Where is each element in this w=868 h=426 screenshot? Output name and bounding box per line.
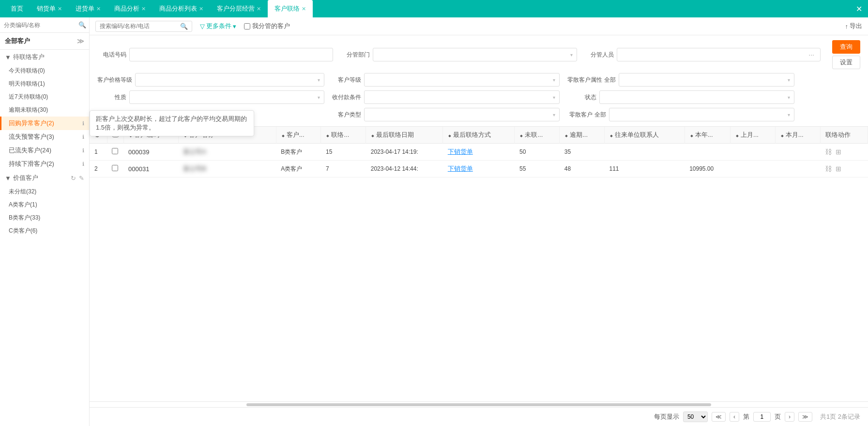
- nav-close-product-list[interactable]: ✕: [199, 0, 203, 17]
- filter-status-input[interactable]: ▾: [599, 90, 794, 104]
- col-contact-person[interactable]: ⬥往来单位联系人: [604, 127, 685, 144]
- search-wrap: 🔍: [95, 21, 192, 32]
- cell-date-1: 2023-04-17 14:19:: [366, 144, 443, 161]
- data-table-wrap: ⚙ ⬥客户编码 ⬥客户名称 ⬥客户...: [90, 127, 868, 401]
- sidebar-item-declining[interactable]: 持续下滑客户(2) ℹ: [0, 157, 89, 171]
- sidebar-item-lost[interactable]: 已流失客户(24) ℹ: [0, 144, 89, 157]
- sidebar-pending-contact-section[interactable]: ▼ 待联络客户: [0, 50, 89, 64]
- search-input[interactable]: [100, 23, 178, 29]
- sidebar-item-ungroup[interactable]: 未分组(32): [0, 185, 89, 198]
- filter-retail-customer-input[interactable]: ▾: [609, 108, 794, 121]
- settings-button[interactable]: 设置: [832, 56, 860, 69]
- sidebar-item-7days[interactable]: 近7天待联络(0): [0, 90, 89, 103]
- refresh-icon[interactable]: ↻: [71, 175, 76, 182]
- cell-code-2[interactable]: 000031: [123, 161, 178, 177]
- filter-customer-type-input[interactable]: ▾: [364, 108, 559, 121]
- last-page-btn[interactable]: ≫: [798, 412, 812, 422]
- sidebar-item-today[interactable]: 今天待联络(0): [0, 64, 89, 77]
- filter-price-level-input[interactable]: ▾: [135, 73, 324, 87]
- nav-close-purchase[interactable]: ✕: [96, 0, 101, 17]
- col-overdue[interactable]: ⬥逾期...: [560, 127, 605, 144]
- more-filter-btn[interactable]: ▽ 更多条件 ▾: [197, 20, 239, 32]
- cell-code-1[interactable]: 000039: [123, 144, 178, 161]
- per-page-select[interactable]: 50 100 200: [683, 411, 708, 422]
- col-customer-type[interactable]: ⬥客户...: [276, 127, 321, 144]
- cell-action-2[interactable]: ⛓ ⊞: [820, 161, 868, 177]
- my-customers-checkbox[interactable]: [244, 23, 250, 29]
- action-link-icon-1[interactable]: ⛓: [825, 148, 832, 156]
- sidebar-search-icon[interactable]: 🔍: [78, 21, 86, 29]
- filter-retail-attr-input[interactable]: ▾: [619, 73, 794, 87]
- cell-name-1[interactable]: 某公司A: [178, 144, 276, 161]
- col-this-year[interactable]: ⬥本年...: [685, 127, 730, 144]
- tooltip-box: 距客户上次交易时长，超过了此客户的平均交易周期的1.5倍，则视为异常。: [90, 110, 254, 136]
- col-action[interactable]: 联络动作: [820, 127, 868, 144]
- cell-name-2[interactable]: 某公司B: [178, 161, 276, 177]
- nav-sales-order[interactable]: 销货单 ✕: [30, 0, 69, 17]
- sidebar-search-input[interactable]: [4, 22, 76, 29]
- sidebar-item-class-a[interactable]: A类客户(1): [0, 198, 89, 211]
- filter-nature-input[interactable]: ▾: [129, 90, 324, 104]
- sidebar-collapse-icon[interactable]: ≫: [77, 37, 84, 45]
- nav-purchase-order[interactable]: 进货单 ✕: [69, 0, 107, 17]
- next-page-btn[interactable]: ›: [785, 412, 794, 422]
- sidebar-item-class-c[interactable]: C类客户(6): [0, 224, 89, 237]
- sidebar-item-overdue-contact[interactable]: 逾期未联络(30): [0, 103, 89, 117]
- nav-customer-segment[interactable]: 客户分层经营 ✕: [210, 0, 268, 17]
- my-customers-checkbox-label[interactable]: 我分管的客户: [244, 22, 290, 30]
- action-link-icon-2[interactable]: ⛓: [825, 165, 832, 173]
- cell-overdue-2: 48: [560, 161, 605, 177]
- cell-method-2[interactable]: 下销货单: [443, 161, 515, 177]
- page-number-input[interactable]: [753, 412, 771, 422]
- nav-close-customer-contact[interactable]: ✕: [302, 0, 306, 17]
- col-last-contact-method[interactable]: ⬥最后联络方式: [443, 127, 515, 144]
- scrollbar-thumb[interactable]: [246, 403, 711, 406]
- sidebar-search-wrap: 🔍: [0, 17, 89, 33]
- sidebar-all-customers[interactable]: 全部客户 ≫: [0, 33, 89, 50]
- col-last-contact-date[interactable]: ⬥最后联络日期: [366, 127, 443, 144]
- export-btn[interactable]: ↑ 导出: [845, 22, 863, 30]
- nav-close-customer-segment[interactable]: ✕: [257, 0, 261, 17]
- table-row: 1 000039 某公司A B类客户 15 2023-04-17 14:19: …: [90, 144, 868, 161]
- close-all-tabs[interactable]: ✕: [856, 4, 862, 14]
- table-row: 2 000031 某公司B A类客户 7 2023-04-12 14:44: 下…: [90, 161, 868, 177]
- info-icon2: ℹ: [82, 134, 84, 140]
- cell-method-1[interactable]: 下销货单: [443, 144, 515, 161]
- search-icon[interactable]: 🔍: [180, 23, 188, 30]
- filter-phone-input[interactable]: [129, 48, 333, 61]
- nav-customer-contact[interactable]: 客户联络 ✕: [268, 0, 313, 17]
- horizontal-scrollbar[interactable]: [90, 401, 868, 407]
- query-button[interactable]: 查询: [832, 40, 860, 54]
- action-grid-icon-2[interactable]: ⊞: [836, 165, 841, 173]
- col-this-month[interactable]: ⬥本月...: [775, 127, 820, 144]
- nav-home[interactable]: 首页: [4, 0, 30, 17]
- filter-customer-level-input[interactable]: ▾: [364, 73, 559, 87]
- cell-index-1: 1: [90, 144, 107, 161]
- filter-payment-input[interactable]: ▾: [364, 90, 559, 104]
- filter-dept-input[interactable]: ▾: [373, 48, 577, 61]
- edit-icon[interactable]: ✎: [79, 175, 84, 182]
- cell-checkbox-1[interactable]: [107, 144, 123, 161]
- sidebar-item-lost-warning[interactable]: 流失预警客户(3) ℹ: [0, 130, 89, 144]
- sidebar-item-repurchase-abnormal[interactable]: 回购异常客户(2) ℹ: [0, 117, 89, 130]
- nav-product-list[interactable]: 商品分析列表 ✕: [152, 0, 210, 17]
- col-last-month[interactable]: ⬥上月...: [731, 127, 776, 144]
- sidebar: 🔍 全部客户 ≫ ▼ 待联络客户 今天待联络(0) 明天待联络(1) 近7天待联…: [0, 17, 90, 426]
- filter-person-input[interactable]: ···: [617, 48, 821, 61]
- col-not-contacted[interactable]: ⬥未联...: [515, 127, 560, 144]
- sidebar-item-class-b[interactable]: B类客户(33): [0, 211, 89, 224]
- first-page-btn[interactable]: ≪: [712, 412, 726, 422]
- prev-page-btn[interactable]: ‹: [730, 412, 739, 422]
- sidebar-item-tomorrow[interactable]: 明天待联络(1): [0, 77, 89, 90]
- col-contact-count[interactable]: ⬥联络...: [321, 127, 366, 144]
- action-grid-icon-1[interactable]: ⊞: [836, 148, 841, 156]
- cell-action-1[interactable]: ⛓ ⊞: [820, 144, 868, 161]
- nav-product-analysis[interactable]: 商品分析 ✕: [107, 0, 152, 17]
- nav-close-product-analysis[interactable]: ✕: [141, 0, 146, 17]
- sidebar-value-customers-header[interactable]: ▼ 价值客户 ↻ ✎: [0, 171, 89, 185]
- filter-row-1: 电话号码 分管部门 ▾ 分管人员 ··· 查询 设置: [97, 40, 860, 69]
- cell-checkbox-2[interactable]: [107, 161, 123, 177]
- cell-this-year-1: [685, 144, 730, 161]
- info-icon: ℹ: [82, 120, 84, 127]
- nav-close-sales[interactable]: ✕: [58, 0, 62, 17]
